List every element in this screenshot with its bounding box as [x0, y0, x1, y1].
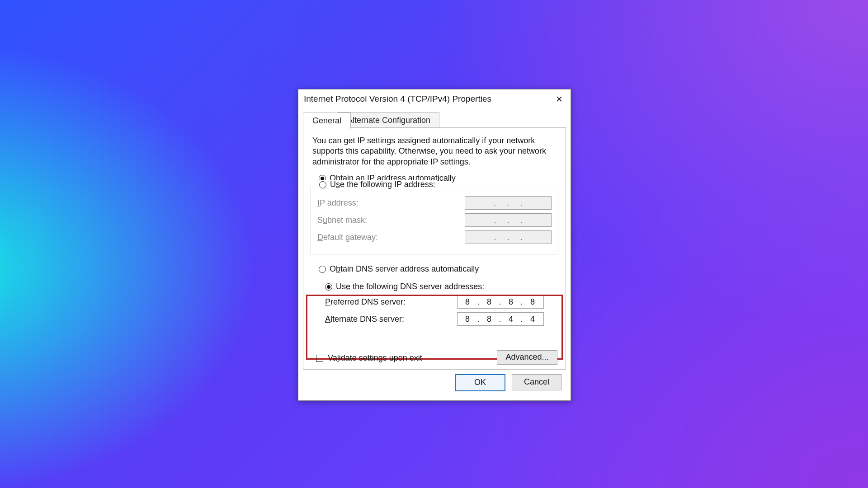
preferred-dns-input[interactable]: 8. 8. 8. 8 — [457, 295, 544, 309]
tab-page-general: You can get IP settings assigned automat… — [303, 127, 566, 370]
tab-general[interactable]: General — [303, 113, 351, 129]
dns-manual-group: Use the following DNS server addresses: … — [311, 276, 558, 336]
ip-manual-group: Use the following IP address: IP address… — [311, 186, 558, 254]
dialog-button-bar: OK Cancel — [455, 374, 561, 391]
ok-button[interactable]: OK — [455, 374, 505, 391]
window-title: Internet Protocol Version 4 (TCP/IPv4) P… — [304, 94, 491, 104]
default-gateway-input: ... — [465, 230, 552, 244]
dialog-client-area: General Alternate Configuration You can … — [303, 112, 566, 396]
group-legend-dns: Use the following DNS server addresses: — [317, 282, 552, 291]
field-label: Preferred DNS server: — [325, 297, 406, 307]
radio-icon[interactable] — [325, 283, 332, 291]
field-label: Subnet mask: — [317, 216, 367, 225]
field-label: Default gateway: — [317, 233, 378, 242]
checkbox-icon[interactable] — [316, 355, 323, 362]
ip-address-input: ... — [465, 196, 552, 210]
titlebar: Internet Protocol Version 4 (TCP/IPv4) P… — [298, 89, 571, 108]
field-subnet-mask: Subnet mask: ... — [317, 213, 552, 227]
ipv4-properties-dialog: Internet Protocol Version 4 (TCP/IPv4) P… — [298, 89, 571, 401]
field-ip-address: IP address: ... — [317, 196, 552, 210]
radio-obtain-dns-auto[interactable]: Obtain DNS server address automatically — [319, 264, 566, 274]
tab-strip: General Alternate Configuration — [303, 112, 566, 127]
info-text: You can get IP settings assigned automat… — [312, 136, 557, 167]
radio-label: Obtain DNS server address automatically — [330, 264, 479, 274]
cancel-button[interactable]: Cancel — [512, 374, 561, 390]
field-alternate-dns: Alternate DNS server: 8. 8. 4. 4 — [325, 312, 544, 326]
group-legend-ip: Use the following IP address: — [317, 180, 437, 189]
subnet-mask-input: ... — [465, 213, 552, 227]
validate-settings-row[interactable]: Validate settings upon exit — [316, 353, 422, 363]
radio-label[interactable]: Use the following IP address: — [330, 180, 435, 189]
tab-alternate-configuration[interactable]: Alternate Configuration — [338, 112, 439, 128]
alternate-dns-input[interactable]: 8. 8. 4. 4 — [457, 312, 544, 326]
radio-icon — [319, 266, 326, 273]
radio-label[interactable]: Use the following DNS server addresses: — [336, 282, 484, 291]
close-icon[interactable]: ✕ — [548, 89, 571, 108]
screenshot-stage: Internet Protocol Version 4 (TCP/IPv4) P… — [105, 60, 763, 428]
advanced-button[interactable]: Advanced... — [497, 350, 557, 365]
field-label: Alternate DNS server: — [325, 314, 404, 324]
radio-icon[interactable] — [319, 181, 326, 188]
field-preferred-dns: Preferred DNS server: 8. 8. 8. 8 — [325, 295, 544, 309]
field-default-gateway: Default gateway: ... — [317, 230, 552, 244]
field-label: IP address: — [317, 198, 359, 208]
validate-label: Validate settings upon exit — [328, 353, 422, 363]
